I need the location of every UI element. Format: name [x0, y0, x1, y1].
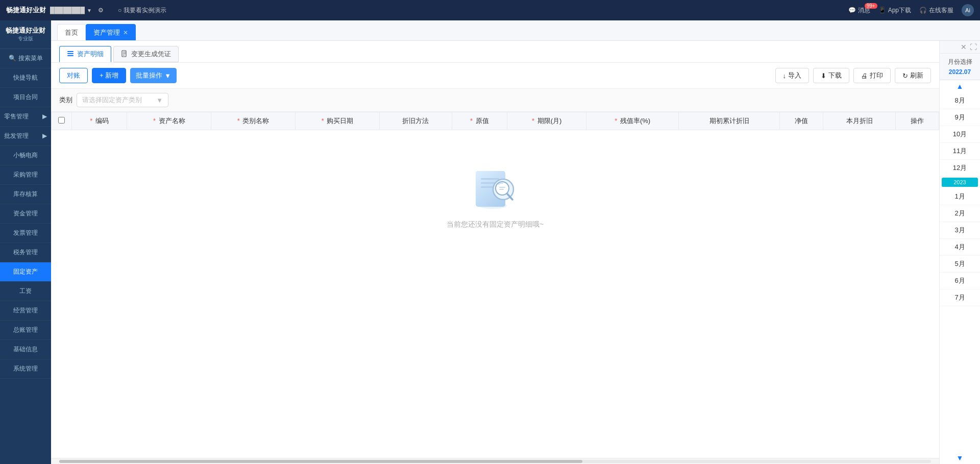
month-item-2023-6[interactable]: 6月 [940, 273, 980, 289]
page-content: 资产明细 变更生成凭证 对账 + 新增 [51, 41, 980, 464]
sidebar-item-basic-info[interactable]: 基础信息 [0, 340, 51, 359]
select-all-checkbox[interactable] [58, 117, 65, 124]
month-nav-up[interactable]: ▲ [940, 80, 980, 92]
month-item-11[interactable]: 11月 [940, 143, 980, 160]
sidebar-item-label-sys-admin: 系统管理 [13, 364, 38, 373]
month-item-2023-5[interactable]: 5月 [940, 256, 980, 273]
tab-close-icon[interactable]: ✕ [123, 29, 128, 36]
sidebar-item-ecommerce[interactable]: 小畅电商 [0, 146, 51, 165]
sidebar-item-wholesale[interactable]: 批发管理 ▶ [0, 127, 51, 146]
tab-home[interactable]: 首页 [57, 24, 86, 40]
sidebar-item-tax[interactable]: 税务管理 [0, 243, 51, 262]
empty-state: 当前您还没有固定资产明细哦~ [52, 130, 939, 260]
refresh-button[interactable]: ↻ 刷新 [895, 68, 931, 83]
year-2023-badge[interactable]: 2023 [942, 178, 978, 187]
tab-asset-mgmt-label: 资产管理 [93, 28, 120, 37]
empty-illustration [464, 161, 526, 212]
sidebar-item-invoice[interactable]: 发票管理 [0, 224, 51, 243]
add-label: + 新增 [100, 71, 118, 80]
sidebar-logo-title: 畅捷通好业财 [4, 27, 47, 35]
month-scroll[interactable]: 8月 9月 10月 11月 12月 2023 1月 2月 3月 4月 5月 6月… [940, 92, 980, 452]
reconcile-button[interactable]: 对账 [59, 68, 88, 83]
sidebar-logo-sub: 专业版 [4, 35, 47, 42]
month-item-8[interactable]: 8月 [940, 92, 980, 109]
tab-bar: 首页 资产管理 ✕ [51, 20, 980, 41]
sidebar-item-label-purchase: 采购管理 [13, 170, 38, 179]
import-button[interactable]: ↓ 导入 [775, 68, 810, 83]
sidebar-item-inventory[interactable]: 库存核算 [0, 185, 51, 204]
headset-icon: 🎧 [919, 7, 927, 14]
th-residual-rate: * 残值率(%) [586, 112, 679, 130]
scroll-track[interactable] [59, 460, 931, 463]
list-icon [67, 50, 74, 59]
sidebar-item-label-tax: 税务管理 [13, 248, 38, 257]
month-item-2023-1[interactable]: 1月 [940, 188, 980, 205]
month-item-9[interactable]: 9月 [940, 109, 980, 126]
settings-icon[interactable]: ⚙ [98, 7, 104, 14]
panel-expand-icon[interactable]: ⛶ [970, 43, 977, 51]
table-header-row: * 编码 * 资产名称 * 类别名称 [52, 112, 939, 130]
online-service-label: 在线客服 [929, 6, 953, 15]
asset-table: * 编码 * 资产名称 * 类别名称 [51, 112, 939, 260]
company-selector[interactable]: ████████ ▼ ⚙ [50, 7, 104, 14]
sidebar-item-purchase[interactable]: 采购管理 [0, 165, 51, 185]
month-nav-down[interactable]: ▼ [940, 452, 980, 464]
demo-link[interactable]: ○ 我要看实例演示 [118, 6, 166, 15]
sidebar-item-quick-nav[interactable]: 快捷导航 [0, 68, 51, 88]
month-item-2023-4[interactable]: 4月 [940, 239, 980, 256]
sidebar-item-label-search: 搜索菜单 [18, 54, 43, 63]
print-button[interactable]: 🖨 打印 [853, 68, 891, 83]
download-button[interactable]: ⬇ 下载 [813, 68, 849, 83]
table-empty-row: 当前您还没有固定资产明细哦~ [52, 130, 939, 260]
add-button[interactable]: + 新增 [92, 68, 126, 83]
sidebar-item-finance[interactable]: 资金管理 [0, 204, 51, 224]
month-item-2023-3[interactable]: 3月 [940, 222, 980, 239]
online-service-button[interactable]: 🎧 在线客服 [919, 6, 953, 15]
app-download-button[interactable]: 📱 App下载 [878, 6, 911, 15]
toolbar: 对账 + 新增 批量操作 ▼ ↓ 导入 [51, 63, 939, 89]
month-item-2023-2[interactable]: 2月 [940, 205, 980, 222]
company-name: ████████ [50, 7, 85, 14]
th-period-months: * 期限(月) [507, 112, 586, 130]
sidebar-item-search[interactable]: 🔍 搜索菜单 [0, 49, 51, 68]
user-avatar[interactable]: Ai [962, 4, 974, 16]
app-title: 畅捷通好业财 [6, 6, 46, 15]
sub-tabs: 资产明细 变更生成凭证 [51, 41, 939, 63]
sidebar-item-operations[interactable]: 经营管理 [0, 301, 51, 321]
sidebar-item-sys-admin[interactable]: 系统管理 [0, 359, 51, 379]
th-net-value: 净值 [780, 112, 823, 130]
panel-controls: ✕ ⛶ [940, 41, 980, 54]
sub-tab-change-voucher[interactable]: 变更生成凭证 [113, 46, 179, 62]
sidebar-item-payroll[interactable]: 工资 [0, 282, 51, 301]
category-filter-label: 类别 [59, 95, 72, 105]
chevron-down-icon-batch: ▼ [164, 72, 171, 80]
chevron-down-icon[interactable]: ▼ [87, 8, 92, 13]
month-panel-header: 月份选择 2022.07 [940, 54, 980, 80]
bottom-scrollbar[interactable] [51, 458, 939, 464]
scroll-thumb[interactable] [59, 460, 582, 463]
th-original-value: * 原值 [452, 112, 507, 130]
sidebar-item-retail[interactable]: 零售管理 ▶ [0, 107, 51, 127]
message-button[interactable]: 💬 消息 99+ [848, 6, 870, 15]
month-item-2023-7[interactable]: 7月 [940, 289, 980, 306]
top-bar-left: 畅捷通好业财 ████████ ▼ ⚙ ○ 我要看实例演示 [6, 6, 848, 15]
sidebar-item-label-fixed-assets: 固定资产 [13, 267, 38, 276]
svg-rect-16 [499, 187, 505, 188]
category-select-placeholder: 请选择固定资产类别 [82, 95, 142, 105]
tab-asset-mgmt[interactable]: 资产管理 ✕ [86, 24, 136, 40]
content-area: 首页 资产管理 ✕ 资产明细 [51, 20, 980, 464]
th-code: * 编码 [72, 112, 127, 130]
sidebar-item-fixed-assets[interactable]: 固定资产 [0, 262, 51, 282]
sidebar-item-general-ledger[interactable]: 总账管理 [0, 321, 51, 340]
sidebar-item-label-payroll: 工资 [19, 287, 32, 296]
chevron-right-icon-2: ▶ [42, 132, 47, 139]
sidebar-item-project[interactable]: 项目合同 [0, 88, 51, 107]
month-item-12[interactable]: 12月 [940, 160, 980, 177]
batch-button[interactable]: 批量操作 ▼ [130, 68, 177, 83]
app-download-label: App下载 [888, 6, 911, 15]
category-select-dropdown[interactable]: 请选择固定资产类别 ▼ [77, 93, 168, 107]
svg-rect-11 [481, 182, 495, 184]
panel-close-icon[interactable]: ✕ [961, 43, 967, 51]
sub-tab-asset-detail[interactable]: 资产明细 [59, 46, 111, 62]
month-item-10[interactable]: 10月 [940, 126, 980, 143]
